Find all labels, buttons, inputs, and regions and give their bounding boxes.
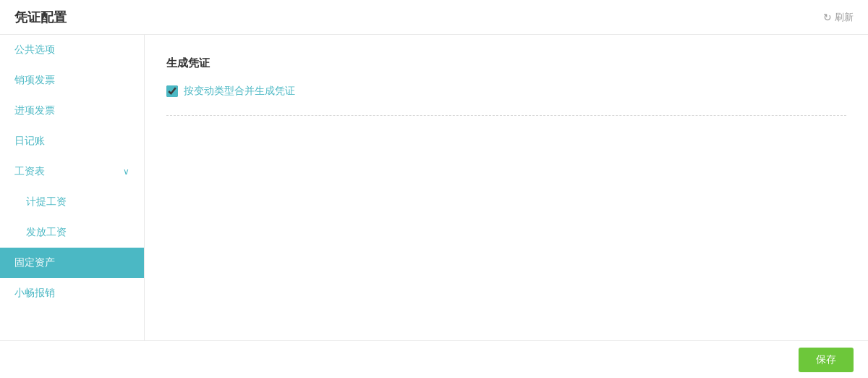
sidebar-item-calc-payroll[interactable]: 计提工资 [0,187,144,217]
refresh-button[interactable]: ↻ 刷新 [823,11,854,24]
refresh-label: 刷新 [835,11,854,24]
sidebar-item-expense-report[interactable]: 小畅报销 [0,278,144,308]
sidebar-label: 发放工资 [26,226,67,239]
sidebar-label: 销项发票 [14,74,55,87]
main-area: 公共选项销项发票进项发票日记账工资表∨计提工资发放工资固定资产小畅报销 生成凭证… [0,35,868,340]
sidebar-label: 小畅报销 [14,287,55,300]
sidebar-item-sales-invoice[interactable]: 销项发票 [0,65,144,96]
sidebar-label: 进项发票 [14,104,55,117]
refresh-icon: ↻ [823,12,832,23]
page-title: 凭证配置 [14,9,67,26]
section-divider [166,115,846,116]
sidebar-label: 工资表 [14,165,45,178]
page-header: 凭证配置 ↻ 刷新 [0,0,868,35]
content-area: 生成凭证 按变动类型合并生成凭证 [145,35,868,340]
merge-checkbox[interactable] [166,85,178,97]
checkbox-row: 按变动类型合并生成凭证 [166,85,846,98]
sidebar-label: 日记账 [14,135,45,148]
sidebar-item-purchase-invoice[interactable]: 进项发票 [0,96,144,126]
page-wrapper: 凭证配置 ↻ 刷新 公共选项销项发票进项发票日记账工资表∨计提工资发放工资固定资… [0,0,868,378]
sidebar-item-public-options[interactable]: 公共选项 [0,35,144,65]
sidebar-item-pay-payroll[interactable]: 发放工资 [0,217,144,248]
sidebar-label: 公共选项 [14,43,55,56]
sidebar-item-fixed-assets[interactable]: 固定资产 [0,248,144,278]
section-title: 生成凭证 [166,56,846,70]
checkbox-label[interactable]: 按变动类型合并生成凭证 [184,85,295,98]
sidebar-label: 计提工资 [26,196,67,209]
sidebar-item-journal[interactable]: 日记账 [0,126,144,156]
page-footer: 保存 [0,340,868,378]
sidebar-label: 固定资产 [14,256,55,269]
save-button[interactable]: 保存 [799,348,854,372]
sidebar: 公共选项销项发票进项发票日记账工资表∨计提工资发放工资固定资产小畅报销 [0,35,145,340]
sidebar-item-payroll-table[interactable]: 工资表∨ [0,156,144,187]
chevron-down-icon: ∨ [123,167,129,177]
